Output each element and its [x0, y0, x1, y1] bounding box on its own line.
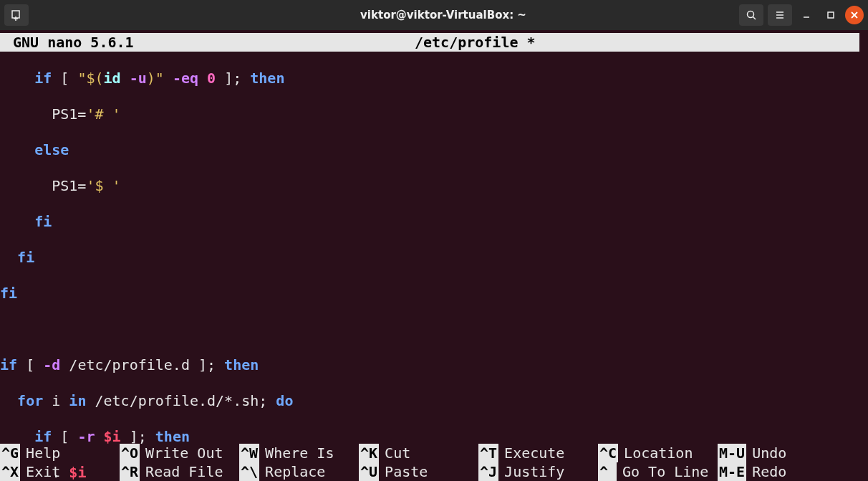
help-item: ^CLocation [598, 444, 718, 462]
help-item: M-ERedo [718, 462, 837, 481]
help-item: ^XExit [0, 462, 120, 481]
editor-content[interactable]: if [ "$(id -u)" -eq 0 ]; then PS1='# ' e… [0, 52, 859, 481]
close-button[interactable] [845, 6, 864, 24]
svg-line-4 [753, 17, 756, 20]
nano-file-name: /etc/profile * [134, 33, 859, 52]
help-item: ^\Replace [239, 462, 359, 481]
maximize-button[interactable] [821, 5, 841, 25]
nano-editor[interactable]: GNU nano 5.6.1 /etc/profile * if [ "$(id… [0, 33, 859, 481]
help-item: ^UPaste [359, 462, 478, 481]
code-line: if [ "$(id -u)" -eq 0 ]; then [0, 70, 859, 87]
help-item: ^TExecute [478, 444, 598, 462]
code-line: if [ -d /etc/profile.d ]; then [0, 356, 859, 374]
search-button[interactable] [739, 4, 763, 26]
code-line: else [0, 141, 859, 159]
code-line: PS1='# ' [0, 105, 859, 123]
help-item: M-UUndo [718, 444, 837, 462]
nano-help-bar: ^GHelp ^OWrite Out ^WWhere Is ^KCut ^TEx… [0, 444, 868, 481]
code-line: fi [0, 285, 859, 303]
help-item: ^KCut [359, 444, 478, 462]
code-line: for i in /etc/profile.d/*.sh; do [0, 392, 859, 410]
code-line: fi [0, 213, 859, 231]
hamburger-menu-button[interactable] [768, 4, 792, 26]
help-item: ^GHelp [0, 444, 120, 462]
window-titlebar: viktor@viktor-VirtualBox: ~ [0, 0, 868, 30]
help-item: ^JJustify [478, 462, 598, 481]
code-line: PS1='$ ' [0, 177, 859, 195]
nano-app-name: GNU nano 5.6.1 [1, 33, 134, 52]
help-item: ^OWrite Out [120, 444, 239, 462]
help-item: ^RRead File [120, 462, 239, 481]
help-row-2: ^XExit ^RRead File ^\Replace ^UPaste ^JJ… [0, 462, 868, 481]
code-line [0, 320, 859, 338]
window-title: viktor@viktor-VirtualBox: ~ [148, 9, 739, 22]
svg-point-3 [748, 11, 754, 18]
svg-rect-9 [828, 12, 834, 18]
code-line: fi [0, 249, 859, 267]
help-item: ^WWhere Is [239, 444, 359, 462]
help-row-1: ^GHelp ^OWrite Out ^WWhere Is ^KCut ^TEx… [0, 444, 868, 462]
help-item: ^ Go To Line [598, 462, 718, 481]
nano-header: GNU nano 5.6.1 /etc/profile * [0, 33, 859, 52]
new-tab-button[interactable] [4, 4, 29, 26]
minimize-button[interactable] [796, 5, 816, 25]
